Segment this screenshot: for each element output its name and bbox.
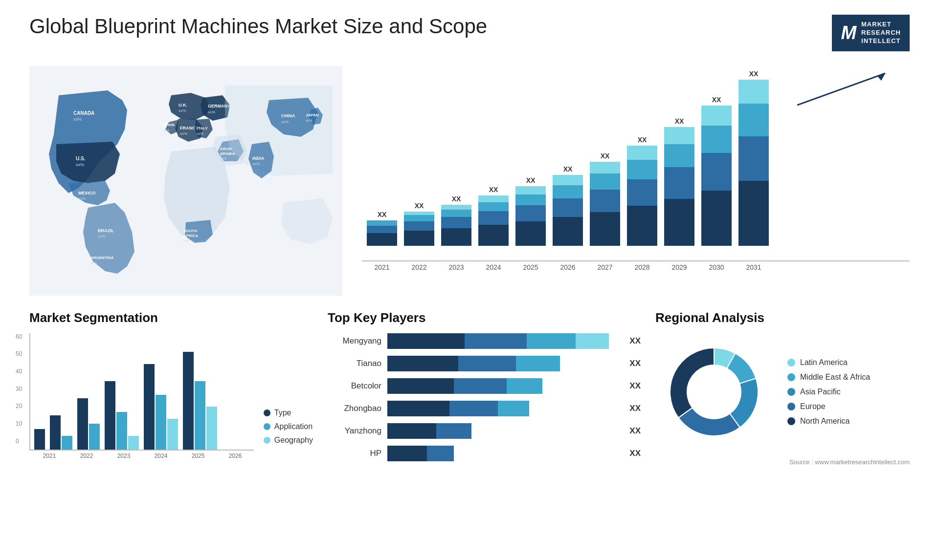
player-row: TianaoXX — [328, 356, 641, 371]
player-bar-container — [387, 423, 620, 439]
donut-segment — [678, 408, 740, 436]
bar-group: XX — [553, 165, 583, 246]
bar-group: XX — [627, 136, 657, 246]
player-name: Tianao — [328, 359, 381, 368]
reg-legend-europe: Europe — [787, 402, 870, 411]
bar-year-label: 2029 — [664, 263, 694, 271]
bar-year-label: 2026 — [553, 263, 583, 271]
seg-year-label: 2023 — [108, 452, 140, 459]
player-xx-label: XX — [629, 404, 641, 413]
svg-text:xx%: xx% — [197, 132, 203, 135]
bar-year-label: 2021 — [367, 263, 397, 271]
svg-text:xx%: xx% — [183, 239, 190, 242]
reg-dot-mea — [787, 373, 795, 381]
svg-text:U.S.: U.S. — [76, 156, 86, 161]
seg-year-label: 2025 — [182, 452, 214, 459]
reg-legend-mea: Middle East & Africa — [787, 373, 870, 382]
reg-legend-latin: Latin America — [787, 358, 870, 367]
players-title: Top Key Players — [328, 310, 641, 325]
bar-stack — [590, 162, 620, 245]
bar-stack — [441, 205, 471, 246]
svg-text:JAPAN: JAPAN — [306, 113, 319, 117]
svg-text:AFRICA: AFRICA — [183, 234, 198, 238]
players-list: MengyangXXTianaoXXBetcolorXXZhongbaoXXYa… — [328, 333, 641, 461]
top-key-players-section: Top Key Players MengyangXXTianaoXXBetcol… — [328, 310, 641, 468]
bar-group: XX — [701, 96, 732, 246]
bar-year-label: 2027 — [590, 263, 620, 271]
bar-chart-section: XXXXXXXXXXXXXXXXXXXXXX 20212022202320242… — [362, 66, 910, 301]
svg-text:INDIA: INDIA — [252, 156, 265, 161]
seg-bar-group — [50, 415, 72, 450]
regional-analysis-section: Regional Analysis Latin America Middle E… — [655, 310, 910, 468]
player-row: YanzhongXX — [328, 423, 641, 439]
world-map-section: CANADA xx% U.S. xx% MEXICO xx% BRAZIL xx… — [29, 66, 342, 301]
header: Global Blueprint Machines Market Size an… — [29, 15, 910, 51]
seg-year-label: 2022 — [70, 452, 103, 459]
page-title: Global Blueprint Machines Market Size an… — [29, 15, 487, 38]
player-row: HPXX — [328, 446, 641, 461]
svg-text:SPAIN: SPAIN — [163, 123, 175, 127]
seg-content: 60 50 40 30 20 10 0 20212022202320242025… — [29, 333, 313, 459]
trend-arrow-svg — [797, 71, 895, 110]
bar-stack — [404, 212, 434, 245]
bar-stack — [738, 80, 769, 246]
svg-line-33 — [797, 73, 885, 105]
svg-text:xx%: xx% — [90, 261, 97, 265]
svg-text:SOUTH: SOUTH — [183, 229, 197, 233]
donut-chart — [655, 333, 773, 451]
svg-text:xx%: xx% — [76, 162, 84, 167]
bar-group: XX — [515, 176, 546, 246]
player-xx-label: XX — [629, 381, 641, 391]
bar-stack — [553, 175, 583, 246]
bar-year-label: 2030 — [701, 263, 732, 271]
player-row: BetcolorXX — [328, 378, 641, 394]
seg-year-label: 2024 — [145, 452, 177, 459]
reg-dot-europe — [787, 403, 795, 410]
legend-application-dot — [264, 423, 270, 430]
svg-text:xx%: xx% — [179, 108, 186, 113]
reg-dot-apac — [787, 388, 795, 396]
player-name: HP — [328, 449, 381, 458]
player-bar-container — [387, 446, 620, 461]
legend-geography: Geography — [264, 436, 313, 445]
bar-stack — [664, 127, 694, 245]
bar-year-label: 2024 — [478, 263, 509, 271]
player-bar-container — [387, 401, 620, 416]
logo-box: M MARKET RESEARCH INTELLECT — [832, 15, 910, 51]
top-row: CANADA xx% U.S. xx% MEXICO xx% BRAZIL xx… — [29, 66, 910, 301]
donut-segment — [670, 348, 714, 418]
svg-text:xx%: xx% — [306, 119, 312, 122]
bar-stack — [515, 186, 546, 246]
svg-text:BRAZIL: BRAZIL — [98, 228, 114, 233]
svg-text:xx%: xx% — [98, 234, 105, 238]
world-map-svg: CANADA xx% U.S. xx% MEXICO xx% BRAZIL xx… — [29, 66, 342, 296]
bar-group: XX — [478, 186, 509, 246]
player-bar-container — [387, 356, 620, 371]
legend-geography-dot — [264, 437, 270, 444]
legend-type: Type — [264, 409, 313, 417]
reg-legend-na: North America — [787, 417, 870, 426]
bar-group: XX — [738, 70, 769, 246]
svg-text:xx%: xx% — [208, 110, 215, 114]
seg-years: 202120222023202420252026 — [29, 452, 254, 459]
logo-text: MARKET RESEARCH INTELLECT — [861, 21, 901, 45]
bar-year-label: 2025 — [515, 263, 546, 271]
seg-legend: Type Application Geography — [264, 409, 313, 459]
page: Global Blueprint Machines Market Size an… — [0, 0, 939, 560]
bar-stack — [478, 195, 509, 246]
seg-bar-group — [34, 429, 45, 450]
segmentation-title: Market Segmentation — [29, 310, 313, 325]
player-row: ZhongbaoXX — [328, 401, 641, 416]
logo-letter: M — [841, 23, 856, 42]
source-text: Source : www.marketresearchintellect.com — [655, 458, 910, 466]
svg-text:xx%: xx% — [252, 162, 260, 166]
legend-application: Application — [264, 422, 313, 431]
seg-chart-bars — [29, 333, 254, 451]
logo-area: M MARKET RESEARCH INTELLECT — [832, 15, 910, 51]
seg-chart-area: 60 50 40 30 20 10 0 20212022202320242025… — [29, 333, 254, 459]
regional-legend: Latin America Middle East & Africa Asia … — [787, 358, 870, 426]
seg-y-labels: 60 50 40 30 20 10 0 — [16, 333, 22, 445]
bottom-row: Market Segmentation 60 50 40 30 20 10 0 — [29, 310, 910, 468]
regional-title: Regional Analysis — [655, 310, 910, 325]
reg-dot-latin — [787, 359, 795, 366]
